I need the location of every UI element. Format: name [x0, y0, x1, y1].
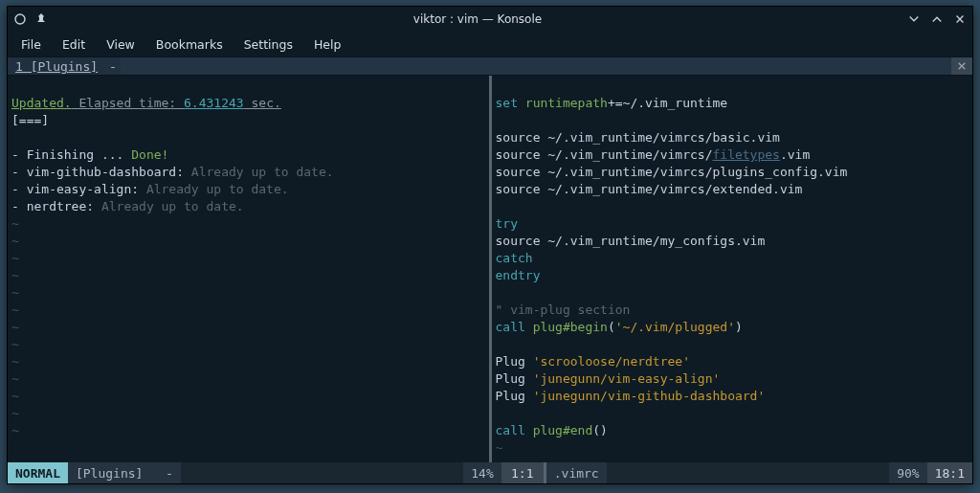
statusline-left-file: [Plugins] - — [68, 462, 181, 483]
vim-tabbar: 1 [Plugins] - — [8, 56, 972, 76]
tab-plugins[interactable]: 1 [Plugins] — [8, 57, 105, 75]
window-title: viktor : vim — Konsole — [48, 12, 907, 26]
right-pane[interactable]: set runtimepath+=~/.vim_runtime source ~… — [492, 76, 973, 462]
menu-settings[interactable]: Settings — [244, 37, 293, 52]
konsole-window: viktor : vim — Konsole File Edit View Bo… — [7, 6, 973, 484]
statusline-right-pct: 90% — [889, 462, 926, 483]
menu-edit[interactable]: Edit — [62, 37, 85, 52]
menu-help[interactable]: Help — [314, 37, 342, 52]
editor-panes: Updated. Elapsed time: 6.431243 sec. [==… — [8, 76, 972, 462]
titlebar: viktor : vim — Konsole — [8, 7, 972, 32]
tabbar-spacer — [121, 57, 951, 75]
pin-icon[interactable] — [34, 12, 48, 26]
statusline-mode: NORMAL — [8, 462, 68, 483]
statusline-left-fill — [181, 462, 464, 483]
menu-bookmarks[interactable]: Bookmarks — [156, 37, 223, 52]
maximize-icon[interactable] — [930, 12, 944, 26]
statusline-right-pos: 18:1 — [927, 462, 972, 483]
statusline: NORMAL [Plugins] - 14% 1:1 .vimrc 90% 18… — [8, 462, 972, 483]
menu-view[interactable]: View — [106, 37, 135, 52]
minimize-icon[interactable] — [907, 12, 921, 26]
close-icon[interactable] — [953, 12, 967, 26]
menu-file[interactable]: File — [21, 37, 41, 52]
statusline-right-file: .vimrc — [546, 462, 607, 483]
left-pane[interactable]: Updated. Elapsed time: 6.431243 sec. [==… — [8, 76, 489, 462]
svg-point-0 — [15, 14, 25, 24]
left-buffer: Updated. Elapsed time: 6.431243 sec. [==… — [11, 95, 485, 439]
app-menu-icon[interactable] — [13, 12, 27, 26]
tab-flag: - — [105, 57, 121, 75]
statusline-left-pct: 14% — [463, 462, 501, 483]
statusline-right-fill — [607, 462, 890, 483]
statusline-left-pos: 1:1 — [501, 462, 544, 483]
menubar: File Edit View Bookmarks Settings Help — [8, 32, 972, 56]
tab-close-icon[interactable] — [951, 57, 972, 75]
right-buffer: set runtimepath+=~/.vim_runtime source ~… — [496, 95, 969, 462]
